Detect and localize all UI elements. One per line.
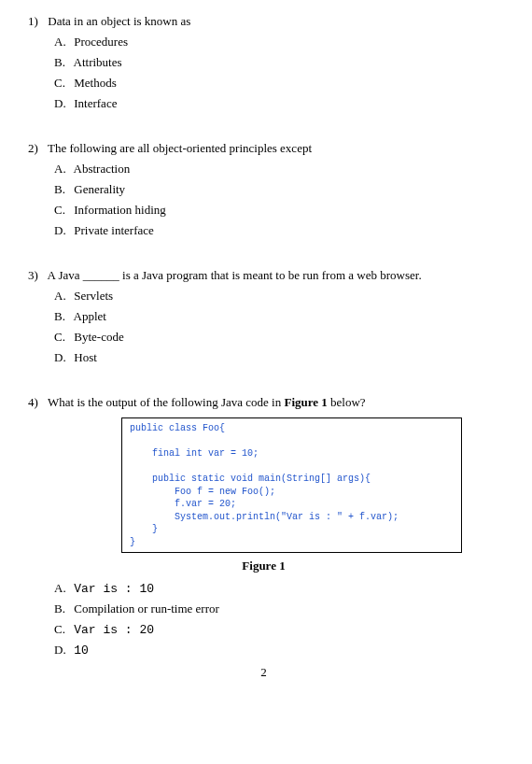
q1-option-a: A. Procedures (54, 35, 499, 50)
q4-option-b: B. Compilation or run-time error (54, 601, 499, 616)
q4-options: A. Var is : 10 B. Compilation or run-tim… (28, 581, 499, 658)
q1-option-d: D. Interface (54, 96, 499, 111)
q3-option-c: C. Byte-code (54, 330, 499, 345)
q3-option-d: D. Host (54, 350, 499, 365)
q2-option-d: D. Private interface (54, 223, 499, 238)
q3-option-b: B. Applet (54, 309, 499, 324)
q2-option-a: A. Abstraction (54, 162, 499, 177)
q3-option-a: A. Servlets (54, 289, 499, 304)
page-number: 2 (28, 665, 499, 680)
code-figure-1: public class Foo{ final int var = 10; pu… (121, 417, 462, 553)
question-4: 4) What is the output of the following J… (28, 395, 499, 658)
q2-number: 2) (28, 141, 45, 156)
q4-option-a: A. Var is : 10 (54, 581, 499, 596)
q1-options: A. Procedures B. Attributes C. Methods D… (28, 35, 499, 111)
question-3: 3) A Java ______ is a Java program that … (28, 268, 499, 365)
q3-options: A. Servlets B. Applet C. Byte-code D. Ho… (28, 289, 499, 365)
q4-number: 4) (28, 395, 45, 410)
question-4-text: 4) What is the output of the following J… (28, 395, 499, 410)
question-1: 1) Data in an object is known as A. Proc… (28, 14, 499, 111)
q2-option-b: B. Generality (54, 182, 499, 197)
q3-stem: A Java ______ is a Java program that is … (48, 268, 422, 282)
q1-option-b: B. Attributes (54, 55, 499, 70)
q3-number: 3) (28, 268, 45, 283)
question-3-text: 3) A Java ______ is a Java program that … (28, 268, 499, 283)
question-2: 2) The following are all object-oriented… (28, 141, 499, 238)
q2-stem: The following are all object-oriented pr… (48, 141, 312, 155)
q4-option-c: C. Var is : 20 (54, 622, 499, 637)
question-2-text: 2) The following are all object-oriented… (28, 141, 499, 156)
q4-figure-ref: Figure 1 (284, 395, 327, 409)
question-1-text: 1) Data in an object is known as (28, 14, 499, 29)
q4-stem-part2: below? (328, 395, 366, 409)
q1-number: 1) (28, 14, 45, 29)
q1-stem: Data in an object is known as (48, 14, 190, 28)
q4-option-d: D. 10 (54, 643, 499, 658)
q1-option-c: C. Methods (54, 76, 499, 91)
q2-option-c: C. Information hiding (54, 203, 499, 218)
q2-options: A. Abstraction B. Generality C. Informat… (28, 162, 499, 238)
figure-1-caption: Figure 1 (28, 559, 499, 573)
q4-stem-part1: What is the output of the following Java… (48, 395, 284, 409)
